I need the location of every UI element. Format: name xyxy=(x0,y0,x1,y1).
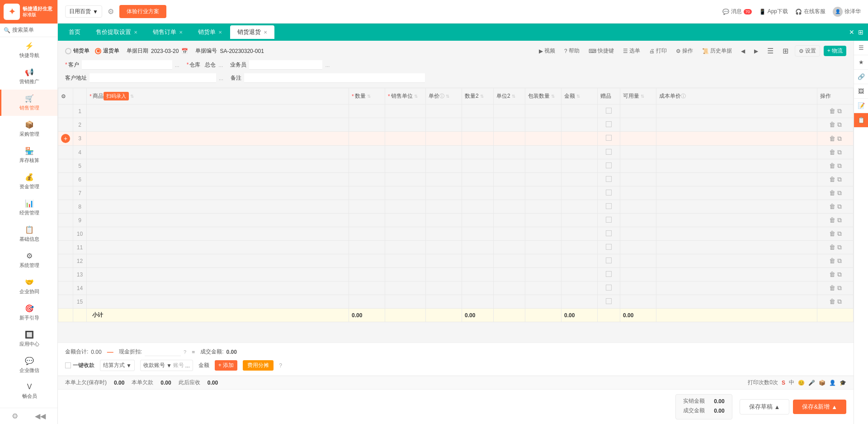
row-sales-unit-cell[interactable] xyxy=(385,132,426,146)
select-bill-btn[interactable]: ☰ 选单 xyxy=(620,46,643,56)
history-btn[interactable]: 📜 历史单据 xyxy=(699,46,735,56)
row-gift-cell[interactable] xyxy=(598,200,620,214)
row-pack-qty-cell[interactable] xyxy=(525,227,561,241)
row-amount-cell[interactable] xyxy=(561,227,598,241)
row-product-cell[interactable] xyxy=(87,186,349,200)
row-gift-cell[interactable] xyxy=(598,105,620,118)
row-qty2-cell[interactable] xyxy=(462,159,494,173)
search-menu[interactable]: 🔍 搜索菜单 xyxy=(0,24,57,37)
gift-checkbox[interactable] xyxy=(606,176,612,182)
set-button[interactable]: ⚙ 设置 xyxy=(795,45,820,57)
gift-checkbox[interactable] xyxy=(606,298,612,304)
save-new-btn[interactable]: 保存&新增 ▲ xyxy=(793,400,846,414)
unit-price-info-icon[interactable]: ⓘ xyxy=(439,93,444,100)
row-unit2-cell[interactable] xyxy=(494,254,525,268)
row-qty-cell[interactable] xyxy=(349,281,385,295)
row-available-cell[interactable] xyxy=(620,105,656,118)
delete-row-icon[interactable]: 🗑 xyxy=(829,203,835,210)
gift-checkbox[interactable] xyxy=(606,162,612,168)
row-sales-unit-cell[interactable] xyxy=(385,146,426,159)
add-row-btn[interactable]: + xyxy=(61,134,70,143)
gift-checkbox[interactable] xyxy=(606,135,612,141)
row-available-cell[interactable] xyxy=(620,132,656,146)
settings-icon[interactable]: ⚙ xyxy=(108,7,114,16)
row-cost-price-cell[interactable] xyxy=(656,118,817,132)
row-available-cell[interactable] xyxy=(620,268,656,281)
sidebar-item-operations[interactable]: 📊 经营管理 xyxy=(0,195,57,221)
row-available-cell[interactable] xyxy=(620,200,656,214)
row-product-cell[interactable] xyxy=(87,146,349,159)
one-click-checkbox[interactable] xyxy=(65,362,71,368)
sidebar-item-guide[interactable]: 🎯 新手引导 xyxy=(0,300,57,326)
row-qty-cell[interactable] xyxy=(349,295,385,309)
sidebar-item-app-center[interactable]: 🔲 应用中心 xyxy=(0,326,57,352)
row-unit-price-cell[interactable] xyxy=(426,281,462,295)
row-gift-cell[interactable] xyxy=(598,118,620,132)
row-unit-price-cell[interactable] xyxy=(426,254,462,268)
row-sales-unit-cell[interactable] xyxy=(385,281,426,295)
one-click-pay[interactable]: 一键收款 xyxy=(65,362,94,369)
row-qty-cell[interactable] xyxy=(349,146,385,159)
gear-icon[interactable]: ⚙ xyxy=(61,93,66,100)
row-qty2-cell[interactable] xyxy=(462,214,494,227)
remark-input[interactable] xyxy=(244,73,425,83)
row-qty2-cell[interactable] xyxy=(462,227,494,241)
salesperson-dots[interactable]: ... xyxy=(325,62,330,68)
row-unit2-cell[interactable] xyxy=(494,186,525,200)
sidebar-item-wechat[interactable]: 💬 企业微信 xyxy=(0,352,57,378)
row-product-cell[interactable] xyxy=(87,159,349,173)
online-service-btn[interactable]: 🎧 在线客服 xyxy=(795,8,826,15)
row-product-cell[interactable] xyxy=(87,214,349,227)
row-gift-cell[interactable] xyxy=(598,186,620,200)
row-unit2-cell[interactable] xyxy=(494,146,525,159)
operation-btn[interactable]: ⚙ 操作 xyxy=(673,46,696,56)
tab-sale-order[interactable]: 销售订单 ✕ xyxy=(146,25,190,39)
row-cost-price-cell[interactable] xyxy=(656,159,817,173)
row-unit-price-cell[interactable] xyxy=(426,105,462,118)
gift-checkbox[interactable] xyxy=(606,203,612,209)
close-all-tabs-icon[interactable]: ✕ xyxy=(848,28,855,37)
row-cost-price-cell[interactable] xyxy=(656,146,817,159)
video-btn[interactable]: ▶ 视频 xyxy=(536,46,558,56)
maximize-icon[interactable]: ⊞ xyxy=(857,28,864,37)
row-available-cell[interactable] xyxy=(620,186,656,200)
row-unit-price-cell[interactable] xyxy=(426,159,462,173)
row-cost-price-cell[interactable] xyxy=(656,268,817,281)
messages-btn[interactable]: 💬 消息 70 xyxy=(722,8,752,15)
row-sales-unit-cell[interactable] xyxy=(385,268,426,281)
row-sales-unit-cell[interactable] xyxy=(385,214,426,227)
row-amount-cell[interactable] xyxy=(561,159,598,173)
row-sales-unit-cell[interactable] xyxy=(385,227,426,241)
row-unit-price-cell[interactable] xyxy=(426,200,462,214)
row-gift-cell[interactable] xyxy=(598,295,620,309)
row-qty2-cell[interactable] xyxy=(462,173,494,186)
row-unit2-cell[interactable] xyxy=(494,200,525,214)
row-pack-qty-cell[interactable] xyxy=(525,186,561,200)
copy-row-icon[interactable]: ⧉ xyxy=(837,284,842,292)
row-product-cell[interactable] xyxy=(87,132,349,146)
print-btn[interactable]: 🖨 打印 xyxy=(646,46,670,56)
copy-row-icon[interactable]: ⧉ xyxy=(837,257,842,265)
row-qty2-cell[interactable] xyxy=(462,146,494,159)
row-pack-qty-cell[interactable] xyxy=(525,268,561,281)
delete-row-icon[interactable]: 🗑 xyxy=(829,257,835,265)
add-logistics-btn[interactable]: + 物流 xyxy=(824,46,846,56)
row-amount-cell[interactable] xyxy=(561,241,598,254)
status-icon-cn[interactable]: 中 xyxy=(789,379,794,386)
payment-method-select[interactable]: 结算方式 ▼ xyxy=(100,360,135,371)
grid-view-btn[interactable]: ⊞ xyxy=(780,45,791,57)
sidebar-item-inventory[interactable]: 🏪 库存核算 xyxy=(0,142,57,168)
row-gift-cell[interactable] xyxy=(598,268,620,281)
row-amount-cell[interactable] xyxy=(561,295,598,309)
row-qty2-cell[interactable] xyxy=(462,200,494,214)
sidebar-item-member[interactable]: V 畅会员 xyxy=(0,378,57,404)
row-pack-qty-cell[interactable] xyxy=(525,214,561,227)
row-available-cell[interactable] xyxy=(620,173,656,186)
row-sales-unit-cell[interactable] xyxy=(385,173,426,186)
account-select[interactable]: 收款账号 ▼ 账号 ... xyxy=(140,360,193,371)
row-sales-unit-cell[interactable] xyxy=(385,295,426,309)
copy-row-icon[interactable]: ⧉ xyxy=(837,298,842,305)
row-sales-unit-cell[interactable] xyxy=(385,241,426,254)
row-sales-unit-cell[interactable] xyxy=(385,118,426,132)
gift-checkbox[interactable] xyxy=(606,230,612,236)
